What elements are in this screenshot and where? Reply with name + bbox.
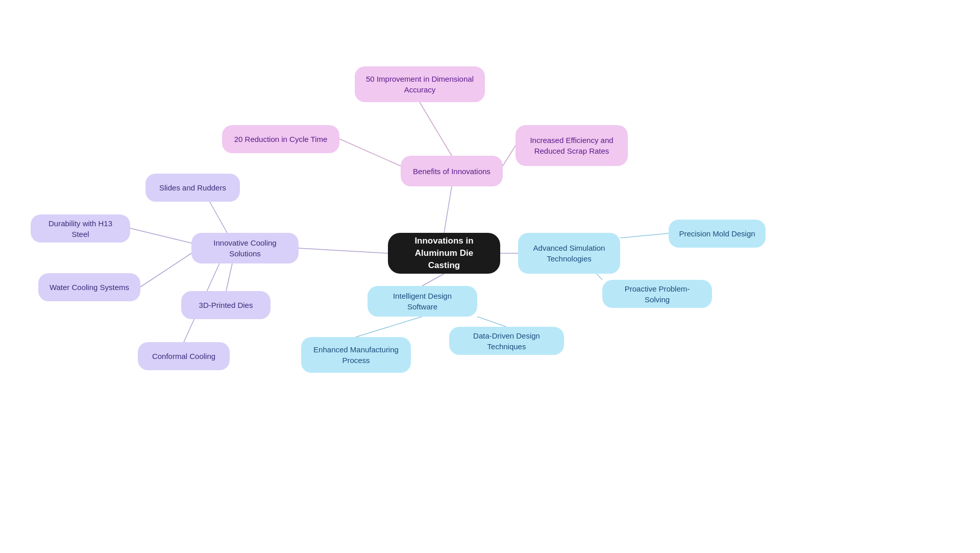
printed-dies-node: 3D-Printed Dies — [181, 291, 271, 319]
svg-line-6 — [130, 228, 191, 243]
innovative-cooling-node: Innovative Cooling Solutions — [191, 233, 299, 263]
svg-line-15 — [477, 317, 506, 327]
water-cooling-node: Water Cooling Systems — [38, 273, 140, 301]
proactive-problem-node: Proactive Problem-Solving — [602, 280, 712, 308]
svg-line-11 — [620, 233, 669, 238]
advanced-simulation-node: Advanced Simulation Technologies — [518, 233, 620, 274]
conformal-cooling-node: Conformal Cooling — [138, 342, 230, 370]
dimensional-accuracy-node: 50 Improvement in Dimensional Accuracy — [355, 66, 485, 102]
center-node: Innovations in Aluminum Die Casting — [388, 233, 500, 274]
efficiency-node: Increased Efficiency and Reduced Scrap R… — [516, 125, 628, 166]
enhanced-manufacturing-node: Enhanced Manufacturing Process — [301, 337, 411, 373]
svg-line-7 — [140, 253, 191, 287]
svg-line-13 — [422, 274, 444, 286]
svg-line-1 — [420, 102, 452, 156]
intelligent-design-node: Intelligent Design Software — [368, 286, 477, 317]
svg-line-0 — [444, 186, 452, 233]
cycle-time-node: 20 Reduction in Cycle Time — [222, 125, 339, 153]
data-driven-node: Data-Driven Design Techniques — [449, 327, 564, 355]
precision-mold-node: Precision Mold Design — [669, 220, 766, 248]
durability-node: Durability with H13 Steel — [31, 214, 130, 243]
svg-line-4 — [299, 248, 388, 253]
svg-line-2 — [339, 139, 401, 166]
slides-rudders-node: Slides and Rudders — [145, 174, 240, 202]
svg-line-14 — [356, 317, 422, 337]
svg-line-8 — [226, 263, 232, 291]
benefits-node: Benefits of Innovations — [401, 156, 503, 186]
svg-line-3 — [503, 146, 516, 166]
